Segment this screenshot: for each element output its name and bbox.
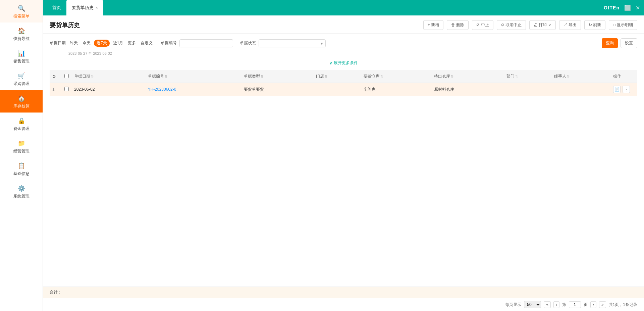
sidebar-item-sales-mgmt[interactable]: 📊销售管理 xyxy=(0,45,43,68)
expand-more-btn[interactable]: ∨ 展开更多条件 xyxy=(50,59,637,67)
close-btn[interactable]: ✕ xyxy=(636,5,640,11)
sort-icon-date[interactable]: ⇅ xyxy=(91,75,94,78)
th-pending-warehouse: 待出仓库⇅ xyxy=(431,70,504,83)
prev-page-btn[interactable]: ‹ xyxy=(553,301,559,308)
export-button[interactable]: ↗ 导出 xyxy=(559,20,581,30)
sidebar-item-label: 采购管理 xyxy=(13,81,30,87)
refresh-button[interactable]: ↻ 刷新 xyxy=(584,20,605,30)
row-department xyxy=(504,83,551,96)
status-select[interactable] xyxy=(259,39,326,47)
select-all-checkbox[interactable] xyxy=(64,74,69,78)
row-date: 2023-06-02 xyxy=(71,83,145,96)
sort-icon-doc-type[interactable]: ⇅ xyxy=(261,75,263,78)
th-store: 门店⇅ xyxy=(313,70,361,83)
sort-icon-req-warehouse[interactable]: ⇅ xyxy=(380,75,383,78)
sidebar-item-purchase-mgmt[interactable]: 🛒采购管理 xyxy=(0,68,43,90)
sidebar-item-operations-mgmt[interactable]: 📁经营管理 xyxy=(0,135,43,158)
doc-number-input[interactable] xyxy=(179,39,233,47)
th-checkbox[interactable] xyxy=(62,70,71,83)
per-page-select[interactable]: 2050100 xyxy=(524,301,541,308)
sidebar-item-system-mgmt[interactable]: ⚙️系统管理 xyxy=(0,180,43,203)
sort-icon-department[interactable]: ⇅ xyxy=(515,75,518,78)
date-shortcut-today[interactable]: 今天 xyxy=(81,40,92,47)
th-date: 单据日期⇅ xyxy=(71,70,145,83)
cancel-stop-button[interactable]: ⊘ 取消中止 xyxy=(497,20,526,30)
doc-no-link[interactable]: YH-20230602-0 xyxy=(148,87,176,92)
maximize-btn[interactable]: ⬜ xyxy=(624,5,631,11)
first-page-btn[interactable]: « xyxy=(544,301,551,308)
date-filter-group: 单据日期 昨天今天近7天近1月更多自定义 xyxy=(50,40,154,47)
print-button[interactable]: 🖨 打印 ∨ xyxy=(529,20,556,30)
sidebar-item-label: 库存核算 xyxy=(13,103,30,109)
page-label: 第 xyxy=(562,302,566,308)
th-handler: 经手人⇅ xyxy=(551,70,610,83)
settings-button[interactable]: 设置 xyxy=(621,38,637,48)
search-menu-icon: 🔍 xyxy=(18,5,25,12)
th-settings[interactable]: ⚙ xyxy=(50,70,62,83)
last-page-btn[interactable]: » xyxy=(599,301,606,308)
status-group: 单据状态 ▾ xyxy=(240,39,326,47)
more-icon[interactable]: ⋮ xyxy=(623,86,630,93)
sort-icon-handler[interactable]: ⇅ xyxy=(567,75,570,78)
sidebar-item-inventory-calc[interactable]: 🏠库存核算 xyxy=(0,90,43,113)
sort-icon-store[interactable]: ⇅ xyxy=(325,75,327,78)
sidebar-item-label: 基础信息 xyxy=(13,171,30,177)
th-department: 部门⇅ xyxy=(504,70,551,83)
date-range-text: 2023-05-27 至 2023-06-02 xyxy=(68,51,112,55)
row-checkbox[interactable] xyxy=(64,87,69,91)
sidebar-item-capital-mgmt[interactable]: 🔒资金管理 xyxy=(0,113,43,135)
filter-row-1: 单据日期 昨天今天近7天近1月更多自定义 单据编号 单据状态 ▾ xyxy=(50,38,637,48)
date-shortcut-yesterday[interactable]: 昨天 xyxy=(68,40,79,47)
status-label: 单据状态 xyxy=(240,40,256,46)
row-doc-no: YH-20230602-0 xyxy=(145,83,241,96)
th-req-warehouse: 要货仓库⇅ xyxy=(361,70,431,83)
tab-close-icon[interactable]: × xyxy=(96,6,98,10)
stop-button[interactable]: ⊘ 中止 xyxy=(472,20,493,30)
sort-icon-pending-warehouse[interactable]: ⇅ xyxy=(451,75,453,78)
row-checkbox-cell[interactable] xyxy=(62,83,71,96)
main-area: 首页要货单历史× OfTEn ⬜ ✕ 要货单历史 + 新增🗑 删除⊘ 中止⊘ 取… xyxy=(43,0,644,311)
operations-mgmt-icon: 📁 xyxy=(18,140,25,147)
delete-button[interactable]: 🗑 删除 xyxy=(447,20,469,30)
expand-label: 展开更多条件 xyxy=(334,60,358,66)
pagination: 每页显示 2050100 « ‹ 第 页 › » 共1页，1条记录 xyxy=(43,298,644,311)
row-doc-type: 要货单要货 xyxy=(241,83,314,96)
show-detail-button[interactable]: □ 显示明细 xyxy=(609,20,637,30)
date-shortcut-last7days[interactable]: 近7天 xyxy=(94,40,110,47)
table-footer: 合计： xyxy=(43,286,644,298)
page-input[interactable] xyxy=(569,301,581,308)
table-header-row: ⚙ 单据日期⇅ 单据编号⇅ 单据类型⇅ 门店⇅ 要货仓库⇅ 待出仓库⇅ 部门⇅ … xyxy=(50,70,637,83)
date-shortcut-last1month[interactable]: 近1月 xyxy=(112,40,125,47)
sort-icon-doc-no[interactable]: ⇅ xyxy=(165,75,167,78)
capital-mgmt-icon: 🔒 xyxy=(18,117,25,125)
date-shortcut-custom[interactable]: 自定义 xyxy=(139,40,154,47)
tab-requisition-history[interactable]: 要货单历史× xyxy=(66,0,103,15)
topbar: 首页要货单历史× OfTEn ⬜ ✕ xyxy=(43,0,644,15)
date-shortcut-more[interactable]: 更多 xyxy=(126,40,137,47)
row-num: 1 xyxy=(50,83,62,96)
main-table: ⚙ 单据日期⇅ 单据编号⇅ 单据类型⇅ 门店⇅ 要货仓库⇅ 待出仓库⇅ 部门⇅ … xyxy=(50,70,637,96)
sidebar-item-basic-info[interactable]: 📋基础信息 xyxy=(0,158,43,180)
sidebar-item-quick-nav[interactable]: 🏠快捷导航 xyxy=(0,23,43,45)
purchase-mgmt-icon: 🛒 xyxy=(18,72,25,80)
header-buttons: + 新增🗑 删除⊘ 中止⊘ 取消中止🖨 打印 ∨↗ 导出↻ 刷新□ 显示明细 xyxy=(423,20,637,30)
sidebar: 🔍搜索菜单🏠快捷导航📊销售管理🛒采购管理🏠库存核算🔒资金管理📁经营管理📋基础信息… xyxy=(0,0,43,311)
page-suffix: 页 xyxy=(584,302,588,308)
row-req-warehouse: 车间库 xyxy=(361,83,431,96)
new-button[interactable]: + 新增 xyxy=(423,20,443,30)
page-header: 要货单历史 + 新增🗑 删除⊘ 中止⊘ 取消中止🖨 打印 ∨↗ 导出↻ 刷新□ … xyxy=(43,15,644,34)
row-actions: 📄 ⋮ xyxy=(610,83,637,96)
sales-mgmt-icon: 📊 xyxy=(18,50,25,57)
sidebar-item-search-menu[interactable]: 🔍搜索菜单 xyxy=(0,0,43,23)
query-button[interactable]: 查询 xyxy=(602,38,618,48)
next-page-btn[interactable]: › xyxy=(590,301,596,308)
th-doc-no: 单据编号⇅ xyxy=(145,70,241,83)
chevron-down-icon: ∨ xyxy=(329,61,332,65)
content: 要货单历史 + 新增🗑 删除⊘ 中止⊘ 取消中止🖨 打印 ∨↗ 导出↻ 刷新□ … xyxy=(43,15,644,311)
system-mgmt-icon: ⚙️ xyxy=(18,185,25,192)
sidebar-item-label: 销售管理 xyxy=(13,58,30,64)
edit-icon[interactable]: 📄 xyxy=(613,86,621,93)
table-row: 1 2023-06-02 YH-20230602-0 要货单要货 车间库 原材料… xyxy=(50,83,637,96)
sidebar-item-label: 系统管理 xyxy=(13,193,30,199)
tab-home[interactable]: 首页 xyxy=(47,0,66,15)
